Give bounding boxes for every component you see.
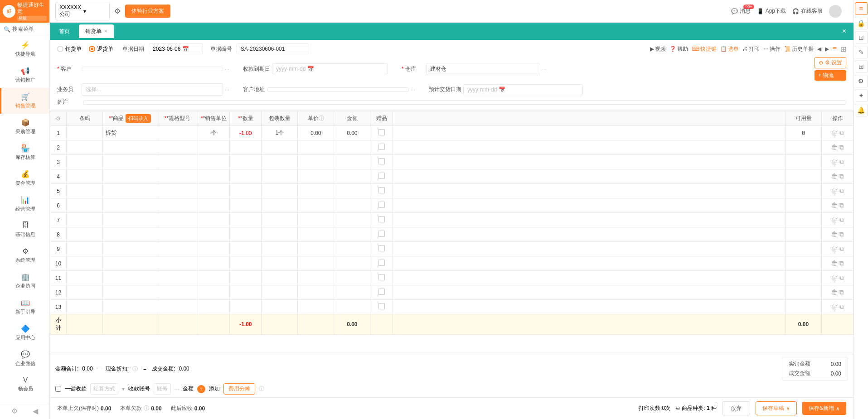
settings-button[interactable]: ⚙ ⚙ 设置 <box>815 57 846 68</box>
row-qty-12[interactable] <box>230 300 262 314</box>
row-amount-4[interactable] <box>334 184 370 198</box>
copy-icon-11[interactable]: ⧉ <box>839 289 844 296</box>
delete-icon-3[interactable]: 🗑 <box>831 173 838 180</box>
row-unit-3[interactable] <box>198 169 230 184</box>
row-spec-2[interactable] <box>157 155 198 169</box>
row-unit-10[interactable] <box>198 271 230 285</box>
delete-icon-12[interactable]: 🗑 <box>831 303 838 311</box>
row-price-6[interactable] <box>298 213 334 227</box>
row-unit-6[interactable] <box>198 213 230 227</box>
row-remark-5[interactable] <box>393 198 786 213</box>
delete-icon-5[interactable]: 🗑 <box>831 202 838 209</box>
row-product-3[interactable] <box>103 169 157 184</box>
row-spec-0[interactable] <box>157 126 198 140</box>
row-price-10[interactable] <box>298 271 334 285</box>
warehouse-input[interactable]: 建材仓 <box>426 63 540 75</box>
row-amount-0[interactable]: 0.00 <box>334 126 370 140</box>
row-unit-9[interactable] <box>198 256 230 271</box>
row-gift-6[interactable] <box>370 213 393 227</box>
delete-icon-9[interactable]: 🗑 <box>831 260 838 267</box>
sidebar-item-10[interactable]: 📖新手引导 <box>0 294 49 320</box>
row-qty-8[interactable] <box>230 242 262 256</box>
sidebar-item-9[interactable]: 🏢企业协同 <box>0 268 49 294</box>
row-product-6[interactable] <box>103 213 157 227</box>
row-spec-1[interactable] <box>157 140 198 155</box>
row-qty-1[interactable] <box>230 140 262 155</box>
sidebar-item-3[interactable]: 📦采购管理 <box>0 114 49 140</box>
warehouse-dots[interactable]: ··· <box>542 66 547 72</box>
row-barcode-12[interactable] <box>67 300 103 314</box>
row-barcode-10[interactable] <box>67 271 103 285</box>
sidebar-item-13[interactable]: V畅会员 <box>0 371 49 397</box>
row-pkgqty-10[interactable] <box>262 271 298 285</box>
video-btn[interactable]: ▶ 视频 <box>650 45 666 53</box>
row-unit-1[interactable] <box>198 140 230 155</box>
row-product-8[interactable] <box>103 242 157 256</box>
sidebar-item-2[interactable]: 🛒销售管理 <box>0 88 49 114</box>
row-pkgqty-9[interactable] <box>262 256 298 271</box>
row-product-10[interactable] <box>103 271 157 285</box>
expense-info-icon[interactable]: ⓘ <box>259 385 264 393</box>
row-remark-7[interactable] <box>393 227 786 242</box>
copy-icon-7[interactable]: ⧉ <box>839 231 844 238</box>
row-barcode-0[interactable] <box>67 126 103 140</box>
delivery-calendar-icon[interactable]: 📅 <box>499 87 505 93</box>
salesperson-dots[interactable]: ··· <box>225 87 229 93</box>
gift-checkbox-8[interactable] <box>378 245 385 251</box>
row-gift-1[interactable] <box>370 140 393 155</box>
owing2-info-icon[interactable]: ⓘ <box>144 405 149 412</box>
row-pkgqty-3[interactable] <box>262 169 298 184</box>
addr-dots[interactable]: ··· <box>411 87 415 93</box>
calendar-icon[interactable]: 📅 <box>182 46 189 52</box>
row-spec-7[interactable] <box>157 227 198 242</box>
row-qty-2[interactable] <box>230 155 262 169</box>
row-amount-8[interactable] <box>334 242 370 256</box>
row-qty-7[interactable] <box>230 227 262 242</box>
row-amount-10[interactable] <box>334 271 370 285</box>
row-price-1[interactable] <box>298 140 334 155</box>
row-remark-9[interactable] <box>393 256 786 271</box>
price-info-icon[interactable]: ⓘ <box>319 115 324 121</box>
row-price-12[interactable] <box>298 300 334 314</box>
row-spec-12[interactable] <box>157 300 198 314</box>
gift-checkbox-10[interactable] <box>378 274 385 280</box>
payment-account-select[interactable]: 账号 <box>154 383 171 395</box>
row-pkgqty-5[interactable] <box>262 198 298 213</box>
nav-next-icon[interactable]: ▶ <box>825 46 829 52</box>
delete-icon-2[interactable]: 🗑 <box>831 158 838 166</box>
gift-checkbox-9[interactable] <box>378 260 385 266</box>
account-dots[interactable]: ··· <box>175 386 179 392</box>
avatar[interactable] <box>829 5 842 18</box>
sidebar-item-8[interactable]: ⚙系统管理 <box>0 242 49 268</box>
delete-icon-8[interactable]: 🗑 <box>831 245 838 253</box>
row-qty-5[interactable] <box>230 198 262 213</box>
row-price-11[interactable] <box>298 285 334 300</box>
product-type-icon[interactable]: ⊙ <box>676 405 680 411</box>
date-field[interactable]: 2023-06-06 📅 <box>149 43 203 54</box>
right-panel-btn-3[interactable]: ✎ <box>855 46 868 58</box>
row-qty-6[interactable] <box>230 213 262 227</box>
app-download-btn[interactable]: 📱 App下载 <box>757 7 786 15</box>
payment-method-chevron[interactable]: ▾ <box>122 386 125 392</box>
row-product-5[interactable] <box>103 198 157 213</box>
due-date-calendar-icon[interactable]: 📅 <box>307 66 314 72</box>
payment-method-select[interactable]: 结算方式 <box>90 383 118 395</box>
table-gear-icon[interactable]: ⚙ <box>56 116 61 122</box>
expected-delivery-field[interactable]: yyyy-mm-dd 📅 <box>463 84 583 95</box>
save-new-button[interactable]: 保存&新增 ∧ <box>802 402 846 415</box>
row-pkgqty-7[interactable] <box>262 227 298 242</box>
right-panel-btn-0[interactable]: ≡ <box>855 2 868 15</box>
company-select[interactable]: XXXXXX公司 ▾ <box>55 2 110 20</box>
row-pkgqty-11[interactable] <box>262 285 298 300</box>
row-gift-0[interactable] <box>370 126 393 140</box>
select-bill-btn[interactable]: 📋 选单 <box>720 45 739 53</box>
delete-icon-4[interactable]: 🗑 <box>831 187 838 195</box>
row-qty-0[interactable]: -1.00 <box>230 126 262 140</box>
row-unit-4[interactable] <box>198 184 230 198</box>
right-panel-btn-1[interactable]: 🔒 <box>855 17 868 29</box>
row-remark-10[interactable] <box>393 271 786 285</box>
row-pkgqty-12[interactable] <box>262 300 298 314</box>
row-product-1[interactable] <box>103 140 157 155</box>
gift-checkbox-7[interactable] <box>378 231 385 237</box>
expense-split-btn[interactable]: 费用分摊 <box>223 383 255 395</box>
